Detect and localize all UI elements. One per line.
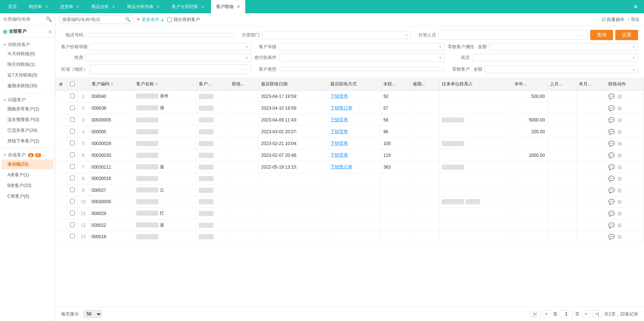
row-checkbox[interactable] bbox=[70, 94, 75, 98]
col-last-contact-date[interactable]: 最后联络日期 bbox=[259, 78, 328, 91]
sidebar-problem-customers-group[interactable]: ▼ 问题客户 bbox=[0, 95, 55, 104]
contact-method-link[interactable]: 下销货单 bbox=[330, 94, 348, 99]
sidebar-value-customers-group[interactable]: ▼ 价值客户 ● R bbox=[0, 150, 55, 159]
grid-icon[interactable]: ⊞ bbox=[617, 176, 622, 181]
zero-retail-input[interactable]: ∨ bbox=[485, 66, 638, 73]
select-all-checkbox[interactable] bbox=[70, 81, 75, 86]
chat-icon[interactable]: 💬 bbox=[608, 141, 615, 147]
row-checkbox[interactable] bbox=[70, 187, 75, 192]
settings-icon[interactable]: ⚙ bbox=[59, 82, 63, 87]
chat-icon[interactable]: 💬 bbox=[608, 94, 615, 99]
grid-icon[interactable]: ⊞ bbox=[617, 129, 622, 135]
grid-icon[interactable]: ⊞ bbox=[617, 105, 622, 111]
row-last-contact-method[interactable] bbox=[328, 219, 381, 231]
customer-type-input[interactable] bbox=[279, 67, 445, 71]
row-checkbox[interactable] bbox=[70, 129, 75, 134]
filter-search-input[interactable] bbox=[62, 17, 124, 22]
zero-retail-attr-input[interactable]: ∨ bbox=[489, 43, 638, 51]
row-checkbox[interactable] bbox=[70, 199, 75, 204]
row-last-contact-method[interactable] bbox=[328, 208, 381, 219]
col-this-month[interactable]: 本月... bbox=[577, 78, 606, 91]
last-page-button[interactable]: >| bbox=[592, 310, 602, 318]
row-checkbox[interactable] bbox=[70, 222, 75, 227]
row-checkbox[interactable] bbox=[70, 117, 75, 122]
sidebar-pending-contact-group[interactable]: ▼ 待联络客户 bbox=[0, 39, 55, 49]
sidebar-item-today-pending[interactable]: 今天待联络(0) bbox=[1, 49, 53, 59]
close-goods-analysis-list-icon[interactable]: ✕ bbox=[156, 4, 160, 9]
row-checkbox[interactable] bbox=[70, 105, 75, 110]
col-unit-contact[interactable]: 往来单位联系人 bbox=[440, 78, 512, 91]
price-level-input[interactable]: ∨ bbox=[90, 43, 251, 51]
grid-icon[interactable]: ⊞ bbox=[617, 94, 622, 99]
sidebar-item-abnormal-purchase[interactable]: 囤购异常客户(2) bbox=[1, 104, 53, 114]
window-close-button[interactable]: ✕ bbox=[630, 3, 641, 10]
row-checkbox[interactable] bbox=[70, 176, 75, 180]
my-customers-check[interactable] bbox=[167, 17, 172, 22]
row-checkbox[interactable] bbox=[70, 164, 75, 169]
customer-level-input[interactable]: ∨ bbox=[279, 43, 445, 51]
person-input[interactable]: ··· bbox=[438, 30, 587, 40]
chat-icon[interactable]: 💬 bbox=[608, 211, 615, 216]
sidebar-item-week-pending[interactable]: 近7天待联络(0) bbox=[1, 70, 53, 80]
chat-icon[interactable]: 💬 bbox=[608, 199, 615, 205]
chat-icon[interactable]: 💬 bbox=[608, 152, 615, 158]
sidebar-item-tomorrow-pending[interactable]: 明天待联络(1) bbox=[1, 60, 53, 70]
row-last-contact-method[interactable]: 下销售订单 bbox=[328, 102, 381, 114]
export-button[interactable]: ↑ 导出 bbox=[627, 17, 640, 23]
grid-icon[interactable]: ⊞ bbox=[617, 234, 622, 240]
contact-method-link[interactable]: 下销售订单 bbox=[330, 105, 352, 110]
row-checkbox[interactable] bbox=[70, 152, 75, 157]
row-last-contact-method[interactable]: 下销货单 bbox=[328, 126, 381, 138]
sidebar-item-class-a[interactable]: A类客户(1) bbox=[1, 170, 53, 180]
per-page-select[interactable]: 50 100 200 bbox=[83, 310, 102, 318]
sidebar-item-lost-customers[interactable]: 已流失客户(24) bbox=[1, 126, 53, 135]
row-last-contact-method[interactable]: 下销售订单 bbox=[328, 161, 381, 173]
grid-icon[interactable]: ⊞ bbox=[617, 152, 622, 158]
chat-icon[interactable]: 💬 bbox=[608, 105, 615, 111]
row-last-contact-method[interactable]: 下销货单 bbox=[328, 138, 381, 149]
row-checkbox[interactable] bbox=[70, 141, 75, 145]
chat-icon[interactable]: 💬 bbox=[608, 234, 615, 240]
contact-method-link[interactable]: 下销货单 bbox=[330, 117, 348, 122]
col-type[interactable]: 客户... bbox=[197, 78, 230, 91]
phone-input[interactable] bbox=[85, 33, 235, 37]
chat-icon[interactable]: 💬 bbox=[608, 164, 615, 170]
col-contact[interactable]: 联络... bbox=[229, 78, 259, 91]
status-input[interactable]: ∨ bbox=[472, 54, 638, 61]
col-last-month[interactable]: 上月... bbox=[547, 78, 577, 91]
grid-icon[interactable]: ⊞ bbox=[617, 222, 622, 228]
close-purchase-icon[interactable]: ✕ bbox=[76, 4, 80, 9]
contact-method-link[interactable]: 下销货单 bbox=[330, 141, 348, 146]
nav-tab-goods-analysis-list[interactable]: 商品分析列表 ✕ bbox=[122, 0, 165, 13]
reset-button[interactable]: 设置 bbox=[615, 30, 638, 40]
query-button[interactable]: 查询 bbox=[590, 30, 613, 40]
prev-page-button[interactable]: < bbox=[542, 310, 551, 318]
sidebar-item-class-c[interactable]: C类客户(6) bbox=[1, 191, 53, 201]
page-number-input[interactable] bbox=[560, 310, 573, 318]
grid-icon[interactable]: ⊞ bbox=[617, 187, 622, 193]
sidebar-search-icon[interactable]: 🔍 bbox=[46, 16, 52, 22]
chat-icon[interactable]: 💬 bbox=[608, 117, 615, 123]
row-last-contact-method[interactable]: 下销货单 bbox=[328, 91, 381, 102]
nav-tab-sales[interactable]: 销货单 ✕ bbox=[24, 0, 53, 13]
contact-method-link[interactable]: 下销货单 bbox=[330, 129, 348, 134]
grid-icon[interactable]: ⊞ bbox=[617, 199, 622, 205]
col-overdue[interactable]: 逾期... bbox=[410, 78, 440, 91]
contact-method-link[interactable]: 下销货单 bbox=[330, 152, 348, 158]
chat-icon[interactable]: 💬 bbox=[608, 129, 615, 135]
row-last-contact-method[interactable] bbox=[328, 231, 381, 243]
contact-method-link[interactable]: 下销售订单 bbox=[330, 164, 352, 169]
nav-tab-customer-contact[interactable]: 客户联络 ✕ bbox=[211, 0, 245, 13]
first-page-button[interactable]: |< bbox=[531, 310, 540, 318]
close-customer-layer-icon[interactable]: ✕ bbox=[201, 4, 204, 9]
nav-tab-customer-layer[interactable]: 客户分层经客 ✕ bbox=[166, 0, 210, 13]
payment-input[interactable]: ∨ bbox=[279, 54, 445, 61]
grid-icon[interactable]: ⊞ bbox=[617, 141, 622, 147]
sidebar-search-input[interactable] bbox=[3, 17, 44, 22]
filter-search-icon[interactable]: 🔍 bbox=[125, 17, 131, 22]
row-last-contact-method[interactable] bbox=[328, 184, 381, 196]
my-customers-checkbox[interactable]: 我分管的客户 bbox=[167, 17, 200, 23]
sidebar-item-churn-warning[interactable]: 流失预警客户(3) bbox=[1, 115, 53, 125]
close-sales-icon[interactable]: ✕ bbox=[45, 4, 48, 9]
col-gear[interactable]: ⚙ bbox=[55, 78, 67, 91]
